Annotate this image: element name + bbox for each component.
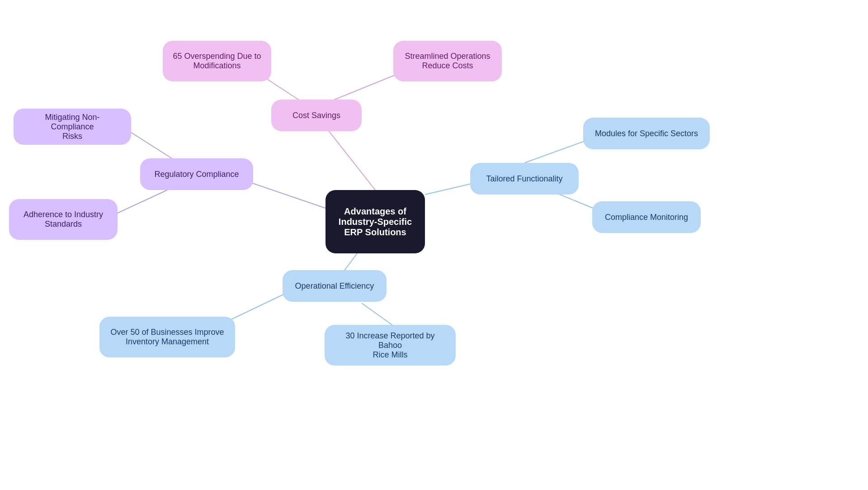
regulatory-compliance-label: Regulatory Compliance (154, 170, 239, 179)
tailored-functionality-label: Tailored Functionality (486, 174, 562, 184)
operational-efficiency-label: Operational Efficiency (295, 281, 374, 291)
center-node: Advantages of Industry-Specific ERP Solu… (326, 190, 425, 253)
regulatory-compliance-node: Regulatory Compliance (140, 158, 253, 190)
overspending-node: 65 Overspending Due toModifications (163, 41, 271, 81)
increase-label: 30 Increase Reported by BahooRice Mills (335, 331, 446, 360)
svg-line-9 (344, 253, 357, 271)
center-label: Advantages of Industry-Specific ERP Solu… (335, 206, 415, 238)
cost-savings-node: Cost Savings (271, 100, 362, 131)
compliance-monitoring-node: Compliance Monitoring (592, 201, 701, 233)
streamlined-node: Streamlined OperationsReduce Costs (393, 41, 502, 81)
adherence-label: Adherence to IndustryStandards (24, 210, 103, 229)
compliance-monitoring-label: Compliance Monitoring (605, 213, 688, 222)
tailored-functionality-node: Tailored Functionality (470, 163, 579, 195)
modules-label: Modules for Specific Sectors (595, 129, 698, 138)
inventory-node: Over 50 of Businesses ImproveInventory M… (99, 317, 235, 357)
streamlined-label: Streamlined OperationsReduce Costs (405, 52, 490, 71)
adherence-node: Adherence to IndustryStandards (9, 199, 118, 240)
cost-savings-label: Cost Savings (292, 111, 340, 120)
inventory-label: Over 50 of Businesses ImproveInventory M… (110, 328, 224, 347)
svg-line-11 (362, 303, 393, 326)
mitigating-node: Mitigating Non-ComplianceRisks (14, 109, 131, 145)
increase-node: 30 Increase Reported by BahooRice Mills (325, 325, 456, 366)
modules-node: Modules for Specific Sectors (583, 118, 710, 149)
mitigating-label: Mitigating Non-ComplianceRisks (24, 113, 121, 141)
overspending-label: 65 Overspending Due toModifications (173, 52, 261, 71)
operational-efficiency-node: Operational Efficiency (283, 270, 387, 302)
